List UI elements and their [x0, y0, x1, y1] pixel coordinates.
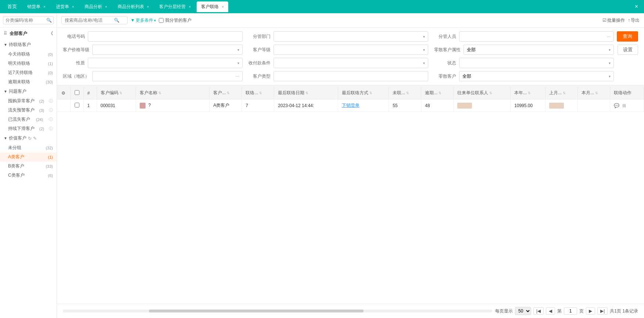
row-last-method[interactable]: 下销货单 [338, 99, 389, 112]
th-this-year[interactable]: 本年...⇅ [511, 87, 545, 99]
filter-nature-select[interactable]: ▾ [88, 58, 243, 68]
sidebar-item-7days[interactable]: 近7天待联络 (0) [0, 68, 57, 77]
sidebar-section-problem: ▼ 问题客户 囤购异常客户 (2) ⓘ 流失预警客户 (3) ⓘ 已流失客户 (… [0, 86, 57, 133]
refresh-icon[interactable]: ↻ [28, 136, 32, 141]
sort-name-icon: ⇅ [158, 91, 161, 95]
sidebar-section-problem-title[interactable]: ▼ 问题客户 [0, 86, 57, 96]
first-page-btn[interactable]: |◀ [533, 307, 544, 315]
prev-page-btn[interactable]: ◀ [546, 307, 555, 315]
th-overdue[interactable]: 逾期...⇅ [421, 87, 454, 99]
close-analysis[interactable]: × [105, 5, 107, 9]
per-page-select[interactable]: 50 [515, 307, 531, 315]
scrollbar-thumb [149, 310, 364, 312]
th-code[interactable]: 客户编码⇅ [97, 87, 136, 99]
nav-tab-customer-segment[interactable]: 客户分层经营 × [155, 1, 195, 12]
horizontal-scrollbar[interactable] [63, 310, 492, 312]
th-no-contact[interactable]: 未联...⇅ [389, 87, 421, 99]
sidebar-search-icon: 🔍 [46, 18, 52, 23]
close-purchase[interactable]: × [72, 5, 74, 9]
sidebar-item-churn-warning[interactable]: 流失预警客户 (3) ⓘ [0, 106, 57, 115]
filter-region-label: 区域（地区） [63, 73, 89, 80]
nav-tab-analysis[interactable]: 商品分析 × [80, 1, 112, 12]
sidebar-item-class-c[interactable]: C类客户 (6) [0, 171, 57, 180]
settings-button[interactable]: 设置 [618, 45, 638, 55]
sidebar-section-pending: ▼ 待联络客户 今天待联络 (0) 明天待联络 (1) 近7天待联络 (0) 逾… [0, 40, 57, 86]
sidebar-item-hoarding[interactable]: 囤购异常客户 (2) ⓘ [0, 96, 57, 106]
export-btn[interactable]: ↑ 导出 [628, 17, 640, 24]
sidebar-item-today[interactable]: 今天待联络 (0) [0, 50, 57, 59]
th-this-month[interactable]: 本月...⇅ [577, 87, 610, 99]
filter-more-btn[interactable]: ▼ 更多条件 ▾ [130, 17, 156, 24]
filter-manager-input[interactable]: ··· [459, 31, 614, 42]
filter-row-3: 性质 ▾ 收付款条件 ▾ [63, 58, 614, 68]
filter-region-select[interactable]: ··· [92, 71, 243, 81]
filter-ctype-input[interactable] [273, 71, 428, 81]
info-icon-declining: ⓘ [49, 126, 53, 131]
close-salesorder[interactable]: × [43, 5, 46, 9]
th-gear[interactable]: ⚙ [57, 87, 70, 99]
sort-method-icon: ⇅ [369, 91, 372, 95]
th-last-date[interactable]: 最后联络日期⇅ [274, 87, 338, 99]
filter-status-label: 状态 [434, 60, 456, 66]
table-row: 1 000031 ? A类客户 7 2023-04-12 14:44: 下销货单… [57, 99, 644, 112]
batch-op-btn[interactable]: ☑ 批量操作 [602, 17, 625, 24]
close-analysis-list[interactable]: × [147, 5, 149, 9]
sidebar-all-customers[interactable]: ⠿ 全部客户 《 [0, 28, 57, 40]
th-check[interactable] [70, 87, 83, 99]
sidebar-item-churned[interactable]: 已流失客户 (24) ⓘ [0, 115, 57, 124]
filter-price-select[interactable]: ▾ [92, 45, 243, 55]
row-gear [57, 99, 70, 112]
last-page-btn[interactable]: ▶| [597, 307, 608, 315]
sidebar-item-declining[interactable]: 持续下滑客户 (2) ⓘ [0, 124, 57, 133]
filter-clevel-select[interactable]: ▾ [273, 45, 428, 55]
th-last-method[interactable]: 最后联络方式⇅ [338, 87, 389, 99]
close-contact[interactable]: × [222, 5, 224, 9]
sort-nocontact-icon: ⇅ [406, 91, 409, 95]
unit-contact-color [457, 103, 472, 109]
filter-retail2-select[interactable]: 全部 ▾ [459, 71, 614, 81]
filter-search-box[interactable]: 🔍 [61, 16, 128, 24]
filter-payment-select[interactable]: ▾ [273, 58, 428, 68]
filter-dept-select[interactable]: ▾ [273, 31, 428, 42]
sidebar-section-pending-title[interactable]: ▼ 待联络客户 [0, 40, 57, 50]
clevel-arrow: ▾ [423, 48, 425, 52]
sidebar-item-class-b[interactable]: B类客户 (33) [0, 162, 57, 171]
window-close-button[interactable]: × [632, 2, 641, 11]
row-check[interactable] [70, 99, 83, 112]
content-area: 🔍 ▼ 更多条件 ▾ 我分管的客户 ☑ 批量操作 ↑ 导出 [57, 13, 644, 318]
sidebar-item-class-a[interactable]: A类客户 (1) [0, 152, 57, 162]
next-page-btn[interactable]: ▶ [586, 307, 595, 315]
filter-retail-attr: 零散客户属性 全部 ▾ [434, 45, 614, 55]
filter-row-4: 区域（地区） ··· 客户类型 零散客户 [63, 71, 614, 81]
nav-tab-customer-contact[interactable]: 客户联络 × [197, 1, 228, 12]
nav-tab-analysis-list[interactable]: 商品分析列表 × [113, 1, 154, 12]
th-level[interactable]: 客户...⇅ [210, 87, 242, 99]
my-customers-filter[interactable]: 我分管的客户 [159, 17, 192, 24]
sidebar-item-overdue[interactable]: 逾期未联络 (30) [0, 77, 57, 86]
th-contact[interactable]: 联络...⇅ [242, 87, 274, 99]
th-name[interactable]: 客户名称⇅ [136, 87, 210, 99]
filter-status-select[interactable]: ▾ [459, 58, 614, 68]
sidebar-collapse-icon[interactable]: 《 [49, 31, 53, 37]
filter-phone-input[interactable] [88, 31, 243, 42]
page-number-input[interactable] [564, 307, 577, 315]
filter-retail-select[interactable]: 全部 ▾ [464, 45, 614, 55]
nav-tab-salesorder[interactable]: 销货单 × [23, 1, 50, 12]
sidebar-item-tomorrow[interactable]: 明天待联络 (1) [0, 59, 57, 68]
th-unit-contact[interactable]: 往来单位联系人⇅ [454, 87, 511, 99]
select-all-checkbox[interactable] [75, 90, 79, 95]
edit-icon[interactable]: ✎ [33, 136, 37, 141]
sidebar-item-ungroup[interactable]: 未分组 (32) [0, 143, 57, 152]
filter-search-input[interactable] [65, 18, 112, 23]
my-customers-checkbox[interactable] [159, 18, 164, 23]
sidebar-section-value-title[interactable]: ▼ 价值客户 ↻ ✎ [0, 133, 57, 143]
chat-icon[interactable]: 💬 [614, 103, 619, 108]
close-segment[interactable]: × [189, 5, 191, 9]
query-button[interactable]: 查询 [617, 31, 638, 42]
row-checkbox[interactable] [75, 103, 79, 107]
nav-home[interactable]: 首页 [3, 1, 21, 12]
nav-tab-purchase[interactable]: 进货单 × [51, 1, 79, 12]
th-last-month[interactable]: 上月...⇅ [545, 87, 577, 99]
row-actions: 💬 ⊞ [610, 99, 644, 112]
record-icon[interactable]: ⊞ [622, 103, 626, 108]
